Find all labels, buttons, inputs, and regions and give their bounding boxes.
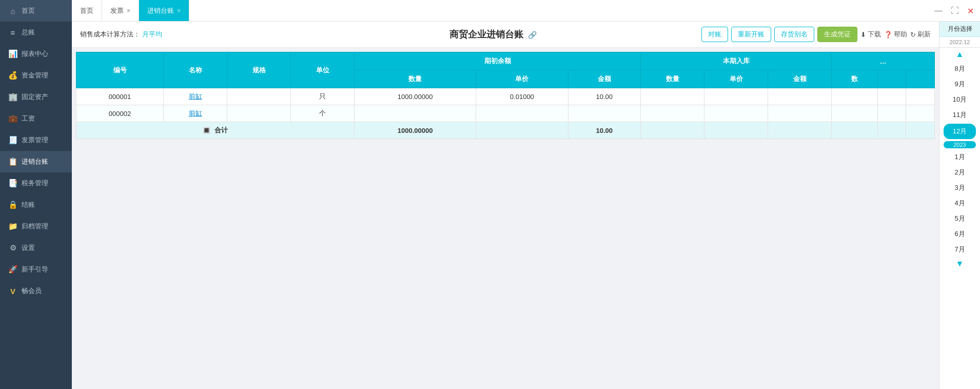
row-ob-qty (355, 105, 476, 122)
close-window-button[interactable]: ✕ (965, 5, 976, 16)
row-ob-amount: 10.00 (568, 88, 640, 105)
sidebar-item-label: 进销台账 (22, 157, 48, 166)
sidebar-item-funds[interactable]: 💰 资金管理 (0, 65, 72, 86)
sidebar-item-label: 报表中心 (22, 49, 48, 59)
total-ob-unitprice (476, 122, 569, 139)
sidebar-item-label: 固定资产 (22, 92, 48, 102)
col-sub-extra2 (878, 70, 906, 88)
tab-invoice-close[interactable]: × (127, 7, 130, 14)
tab-invoice[interactable]: 发票 × (102, 0, 139, 21)
month-item-jan-2023[interactable]: 1月 (939, 149, 980, 165)
row-extra3 (906, 88, 935, 105)
month-scroll-down[interactable]: ▼ (939, 257, 980, 270)
sidebar-item-tax[interactable]: 📑 税务管理 (0, 172, 72, 194)
total-extra1 (832, 122, 878, 139)
sidebar-item-member[interactable]: V 畅会员 (0, 280, 72, 302)
sidebar-item-label: 税务管理 (22, 179, 48, 188)
tax-icon: 📑 (8, 179, 17, 188)
title-link-icon[interactable]: 🔗 (528, 31, 537, 39)
sidebar-item-archive[interactable]: 📁 归档管理 (0, 216, 72, 237)
save-alias-button[interactable]: 存货别名 (774, 27, 814, 42)
row-in-qty (640, 88, 704, 105)
row-in-qty (640, 105, 704, 122)
funds-icon: 💰 (8, 71, 17, 80)
month-item-jun-2023[interactable]: 6月 (939, 226, 980, 242)
col-header-ob: 期初余额 (355, 52, 641, 70)
month-item-oct-2022[interactable]: 10月 (939, 92, 980, 107)
sidebar-item-ledger[interactable]: ≡ 总账 (0, 22, 72, 43)
month-item-feb-2023[interactable]: 2月 (939, 165, 980, 180)
row-ob-unitprice: 0.01000 (476, 88, 569, 105)
current-year-label: 2022.12 (939, 37, 980, 48)
total-ob-qty: 1000.00000 (355, 122, 476, 139)
sidebar-item-trade-ledger[interactable]: 📋 进销台账 (0, 151, 72, 172)
main-area: 首页 发票 × 进销台账 × — ⛶ ✕ 销售成本计算方法： 月平均 (72, 0, 980, 389)
reports-icon: 📊 (8, 49, 17, 59)
row-ob-unitprice (476, 105, 569, 122)
col-header-spec: 规格 (227, 52, 291, 88)
download-button[interactable]: ⬇ 下载 (860, 30, 881, 39)
tab-trade-ledger-label: 进销台账 (147, 6, 174, 15)
sidebar-item-reports[interactable]: 📊 报表中心 (0, 43, 72, 65)
sidebar-item-assets[interactable]: 🏢 固定资产 (0, 86, 72, 108)
row-extra1 (832, 88, 878, 105)
row-extra2 (878, 105, 906, 122)
sidebar-item-payroll[interactable]: 💼 工资 (0, 108, 72, 129)
help-button[interactable]: ❓ 帮助 (884, 30, 907, 39)
row-extra1 (832, 105, 878, 122)
generate-voucher-button[interactable]: 生成凭证 (817, 27, 857, 42)
close-accounts-icon: 🔒 (8, 200, 17, 209)
reopen-button[interactable]: 重新开账 (731, 27, 771, 42)
total-in-unitprice (704, 122, 768, 139)
refresh-button[interactable]: ↻ 刷新 (910, 30, 931, 39)
row-name: 前缸 (164, 105, 227, 122)
minimize-button[interactable]: — (932, 5, 945, 16)
tab-home-label: 首页 (80, 6, 93, 15)
tab-trade-ledger-close[interactable]: × (177, 7, 181, 14)
month-item-dec-2022[interactable]: 12月 (944, 124, 976, 139)
sidebar-item-settings[interactable]: ⚙ 设置 (0, 237, 72, 259)
row-unit: 个 (291, 105, 355, 122)
maximize-button[interactable]: ⛶ (949, 5, 961, 16)
month-scroll: ▲ 8月 9月 10月 11月 12月 2023 1月 2月 3月 4月 5月 … (939, 48, 980, 389)
col-header-name: 名称 (164, 52, 227, 88)
col-sub-in-qty: 数量 (640, 70, 704, 88)
month-panel-title: 月份选择 (939, 22, 980, 37)
download-icon: ⬇ (860, 31, 866, 38)
col-header-in: 本期入库 (640, 52, 831, 70)
tab-invoice-label: 发票 (110, 6, 124, 15)
total-label: 🔳 合计 (76, 122, 355, 139)
col-sub-extra1: 数 (832, 70, 878, 88)
cost-method-info: 销售成本计算方法： 月平均 (80, 30, 284, 39)
month-item-may-2023[interactable]: 5月 (939, 211, 980, 226)
month-item-nov-2022[interactable]: 11月 (939, 107, 980, 123)
sidebar-item-label: 首页 (22, 6, 35, 15)
total-row: 🔳 合计 1000.00000 10.00 (76, 122, 935, 139)
month-item-jul-2023[interactable]: 7月 (939, 242, 980, 257)
table-row: 000002 前缸 个 (76, 105, 935, 122)
tab-trade-ledger[interactable]: 进销台账 × (139, 0, 189, 21)
sidebar-item-guide[interactable]: 🚀 新手引导 (0, 259, 72, 280)
month-item-aug-2022[interactable]: 8月 (939, 61, 980, 76)
month-item-sep-2022[interactable]: 9月 (939, 76, 980, 92)
sidebar-item-home[interactable]: ⌂ 首页 (0, 0, 72, 22)
window-controls: — ⛶ ✕ (932, 5, 976, 16)
sidebar-item-close[interactable]: 🔒 结账 (0, 194, 72, 216)
total-extra3 (906, 122, 935, 139)
month-item-mar-2023[interactable]: 3月 (939, 180, 980, 196)
content-area: 销售成本计算方法： 月平均 商贸企业进销台账 🔗 对账 重新开账 存货别名 生成… (72, 22, 980, 389)
sidebar-item-label: 工资 (22, 114, 35, 123)
month-scroll-up[interactable]: ▲ (939, 48, 980, 61)
col-header-code: 编号 (76, 52, 164, 88)
invoice-icon: 🧾 (8, 135, 17, 145)
reconcile-button[interactable]: 对账 (701, 27, 728, 42)
sidebar-item-invoice-mgmt[interactable]: 🧾 发票管理 (0, 129, 72, 151)
tab-home[interactable]: 首页 (72, 0, 102, 21)
col-header-unit: 单位 (291, 52, 355, 88)
tab-bar: 首页 发票 × 进销台账 × — ⛶ ✕ (72, 0, 980, 22)
refresh-icon: ↻ (910, 31, 916, 38)
sidebar-item-label: 资金管理 (22, 71, 48, 80)
sidebar-item-label: 畅会员 (22, 286, 42, 296)
month-item-apr-2023[interactable]: 4月 (939, 196, 980, 211)
month-selector-panel: 月份选择 2022.12 ▲ 8月 9月 10月 11月 12月 2023 1月… (939, 22, 980, 389)
